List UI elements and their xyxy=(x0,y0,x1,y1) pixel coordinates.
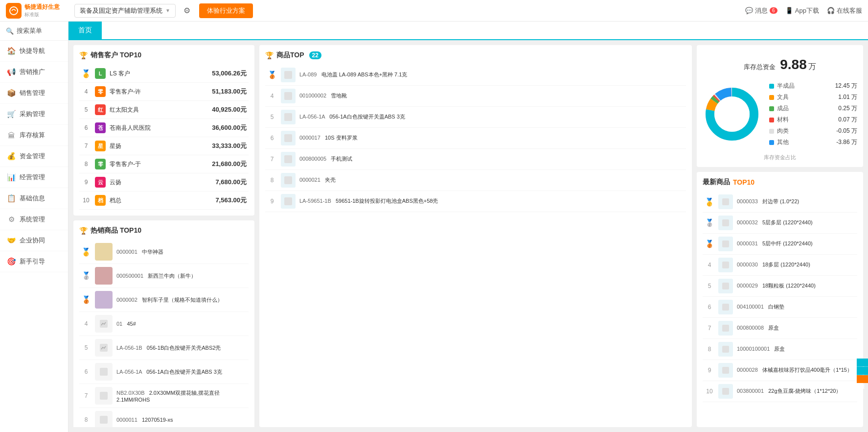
hot-icon: 🏆 xyxy=(79,227,88,235)
sidebar-item-navigation[interactable]: 🏠 快捷导航 xyxy=(0,41,68,62)
tab-home[interactable]: 首页 xyxy=(69,22,102,40)
rank-number: 5 xyxy=(705,283,714,289)
sidebar-item-finance[interactable]: 💰 资金管理 xyxy=(0,146,68,167)
list-item: 7 000800005 手机测试 xyxy=(265,149,686,170)
sold-products-card: 🏆 商品TOP 22 🥉 LA-089 xyxy=(259,45,692,427)
legend-color-dot xyxy=(769,140,774,145)
new-products-list: 🥇 0000033 封边带 (1.0*22) 🥈 xyxy=(703,192,857,402)
svg-rect-10 xyxy=(284,134,292,142)
svg-rect-26 xyxy=(722,283,729,289)
rank-number: 4 xyxy=(81,320,91,327)
product-thumbnail xyxy=(95,363,113,381)
product-thumbnail xyxy=(281,131,296,145)
list-item: 7 NB2.0X30B 2.0X30MM双摆花轴,摆花直径2.1MM/ROHS xyxy=(79,384,249,408)
rank-number: 🥇 xyxy=(81,247,91,257)
rank-number: 7 xyxy=(81,143,91,149)
hot-products-title: 🏆 热销商品 TOP10 xyxy=(79,226,249,235)
product-thumbnail xyxy=(718,258,733,272)
rank-number: 9 xyxy=(705,367,714,374)
svg-point-0 xyxy=(10,7,18,15)
product-info: 0000011 12070519-xs xyxy=(116,417,247,423)
legend-color-dot xyxy=(769,95,774,100)
product-info: 0000033 封边带 (1.0*22) xyxy=(737,198,855,205)
rank-number: 7 xyxy=(81,392,91,399)
rank-number: 8 xyxy=(705,346,714,353)
svg-rect-22 xyxy=(722,198,729,205)
avatar: 星 xyxy=(95,141,106,151)
settings-button[interactable]: ⚙ xyxy=(180,3,194,18)
legend-item: 肉类 -0.05 万 xyxy=(769,125,857,137)
svg-rect-31 xyxy=(722,388,729,395)
rank-number: 5 xyxy=(81,344,91,351)
svg-rect-28 xyxy=(722,325,729,332)
product-thumbnail xyxy=(718,237,733,251)
list-item: 4 001000002 雪地靴 xyxy=(265,86,686,107)
sidebar-item-purchase[interactable]: 🛒 采购管理 xyxy=(0,104,68,125)
rank-number: 6 xyxy=(267,135,277,142)
rank-number: 🥇 xyxy=(705,197,714,207)
sold-products-list: 🥉 LA-089 电池盖 LA-089 ABS本色+黑种 7.1克 xyxy=(265,65,686,212)
trial-button[interactable]: 体验行业方案 xyxy=(199,3,253,18)
rank-number: 4 xyxy=(705,262,714,268)
sidebar-item-sales[interactable]: 📦 销售管理 xyxy=(0,83,68,104)
table-row: 8 零 零售客户-于 21,680.00元 xyxy=(79,155,249,173)
svg-rect-24 xyxy=(722,240,729,247)
system-selector[interactable]: 装备及固定资产辅助管理系统 ▼ xyxy=(74,4,176,18)
notification-badge: 6 xyxy=(770,7,777,14)
list-item: 🥉 0000002 智利车子里（规格不知道填什么） xyxy=(79,288,249,312)
list-item: 5 0000029 18颗粒板 (1220*2440) xyxy=(703,276,857,297)
table-row: 9 云 云扬 7,680.00元 xyxy=(79,173,249,192)
online-service-button[interactable]: 🎧 在线客服 xyxy=(827,6,862,15)
home-icon: 🏠 xyxy=(7,47,16,55)
list-item: 🥇 0000001 中华神器 xyxy=(79,240,249,264)
rank-number: 7 xyxy=(705,325,714,332)
product-thumbnail xyxy=(281,110,296,124)
rank-number: 7 xyxy=(267,156,277,163)
live-broadcast-button[interactable]: 直播 xyxy=(857,375,868,383)
svg-rect-29 xyxy=(722,346,729,353)
sidebar-item-guide[interactable]: 🎯 新手引导 xyxy=(0,251,68,272)
list-item: 6 0000017 10S 变料罗浆 xyxy=(265,128,686,149)
rank-number: 6 xyxy=(705,304,714,311)
list-item: 🥈 000500001 新西兰牛肉（新牛） xyxy=(79,264,249,288)
customer-service-button[interactable]: 客服热线 xyxy=(857,359,868,367)
middle-column: 🏆 商品TOP 22 🥉 LA-089 xyxy=(259,45,692,427)
sidebar-item-enterprise[interactable]: 🤝 企业协同 xyxy=(0,230,68,251)
product-info: 01 45# xyxy=(116,321,247,327)
system-name: 装备及固定资产辅助管理系统 xyxy=(80,6,162,15)
table-row: 4 零 零售客户-许 51,183.00元 xyxy=(79,83,249,101)
product-thumbnail xyxy=(95,291,113,309)
app-download-button[interactable]: 📱 App下载 xyxy=(785,6,819,15)
rank-number: 5 xyxy=(81,106,91,113)
sidebar-item-basic-info[interactable]: 📋 基础信息 xyxy=(0,188,68,209)
search-menu-button[interactable]: 🔍 搜索菜单 xyxy=(0,22,68,41)
legend-item: 材料 0.07 万 xyxy=(769,114,857,125)
legend-color-dot xyxy=(769,118,774,122)
product-info: 0000001 中华神器 xyxy=(116,248,247,256)
product-info: 0000002 智利车子里（规格不知道填什么） xyxy=(116,296,247,304)
product-thumbnail xyxy=(281,194,296,209)
avatar: 档 xyxy=(95,195,106,206)
new-products-card: 最新商品 TOP10 🥇 0000033 封边带 ( xyxy=(697,172,863,427)
inventory-icon: 🏛 xyxy=(7,131,16,140)
list-item: 🥈 0000032 5层多层 (1220*2440) xyxy=(703,213,857,234)
notification-button[interactable]: 💬 消息 6 xyxy=(745,6,777,15)
rank-number: 8 xyxy=(267,177,277,184)
product-thumbnail xyxy=(281,152,296,167)
sidebar-item-inventory[interactable]: 🏛 库存核算 xyxy=(0,125,68,146)
svg-rect-9 xyxy=(284,113,292,121)
logo-icon xyxy=(6,3,22,19)
guide-icon: 🎯 xyxy=(7,257,16,266)
product-thumbnail xyxy=(718,300,733,314)
service-community-button[interactable]: 服务社区 xyxy=(857,367,868,375)
rank-number: 8 xyxy=(81,416,91,423)
list-item: 🥇 0000033 封边带 (1.0*22) xyxy=(703,192,857,213)
sidebar-item-marketing[interactable]: 📢 营销推广 xyxy=(0,62,68,83)
sidebar-item-system[interactable]: ⚙ 系统管理 xyxy=(0,209,68,230)
svg-point-21 xyxy=(714,96,750,132)
avatar: L xyxy=(95,68,106,79)
product-thumbnail xyxy=(718,321,733,336)
sidebar-item-management[interactable]: 📊 经营管理 xyxy=(0,167,68,188)
avatar: 云 xyxy=(95,177,106,188)
customer-name: 零售客户-许 xyxy=(110,88,208,96)
